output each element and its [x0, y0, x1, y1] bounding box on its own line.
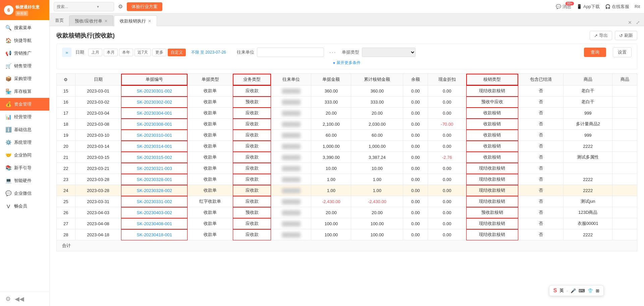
expand-more-button[interactable]: ▾ 展开更多条件 [333, 60, 361, 66]
partner-blurred: ██████ [282, 111, 301, 116]
doc-no-link[interactable]: SK-20230403-002 [137, 210, 172, 215]
cell-doc-type: 收款单 [187, 130, 233, 141]
sidebar-item-marketing[interactable]: 📢营销推广 [0, 47, 49, 60]
cell-balance: 0.00 [403, 174, 428, 185]
filter-date-thisyear[interactable]: 本年 [119, 49, 133, 56]
tab-collection[interactable]: 收款核销执行 ✕ [114, 15, 157, 26]
doc-no-link[interactable]: SK-20230301-002 [137, 88, 172, 94]
cell-no: 18 [57, 119, 75, 130]
doc-no-link[interactable]: SK-20230418-001 [137, 232, 172, 237]
setting-button[interactable]: 设置 [613, 47, 632, 57]
cell-total-written: 2,030.00 [351, 119, 403, 130]
filter-date-custom[interactable]: 自定义 [168, 49, 186, 56]
sidebar-item-label-sales: 销售管理 [14, 63, 32, 69]
export-button[interactable]: ↗ 导出 [590, 31, 612, 40]
table-row: 27 2023-04-08 SK-20230408-001 收款单 应收款 ██… [57, 218, 637, 229]
cell-biz-type: 预收款 [233, 97, 271, 108]
query-button[interactable]: 查询 [584, 48, 606, 57]
sidebar-item-label-hardware: 智能硬件 [14, 178, 32, 184]
cell-goods: 2222 [564, 185, 612, 196]
filter-date-7days[interactable]: 近7天 [135, 49, 151, 56]
cell-partner: ██████ [271, 152, 311, 163]
ime-grid-icon[interactable]: ⊞ [596, 288, 599, 293]
filter-date-more[interactable]: 更多 [152, 49, 166, 56]
refresh-label: 刷新 [624, 33, 633, 39]
collapse-icon[interactable]: ◀◀ [15, 295, 24, 303]
tab-prepay-close[interactable]: ✕ [104, 19, 108, 23]
doc-no-link[interactable]: SK-20230328-001 [137, 177, 172, 182]
cell-include-settled: 否 [518, 185, 564, 196]
cell-balance: 0.00 [403, 141, 428, 152]
cell-biz-type: 应收款 [233, 152, 271, 163]
table-wrap: ⚙ 日期 单据编号 单据类型 业务类型 往来单位 单据金额 累计核销金额 余额 … [56, 73, 637, 302]
filter-doctype-select[interactable] [362, 48, 416, 57]
solution-button[interactable]: 体验行业方案 [127, 2, 162, 11]
partner-blurred: ██████ [282, 166, 301, 171]
doc-no-link[interactable]: SK-20230321-003 [137, 166, 172, 171]
sidebar-item-wechat[interactable]: 💬企业微信 [0, 187, 49, 200]
doc-no-link[interactable]: SK-20230331-002 [137, 199, 172, 204]
cell-write-off-type: 收款核销 [466, 119, 518, 130]
tab-collection-close[interactable]: ✕ [148, 19, 151, 23]
filter-partner-label: 往来单位 [237, 49, 254, 55]
sidebar-item-basics[interactable]: ℹ️基础信息 [0, 123, 49, 136]
user-item[interactable]: Rit [635, 4, 640, 9]
sidebar-item-finance[interactable]: 💰资金管理 [0, 98, 49, 111]
sidebar-item-hardware[interactable]: 💻智能硬件 [0, 174, 49, 187]
cell-biz-type: 应收款 [233, 119, 271, 130]
ime-shirt-icon[interactable]: 👕 [588, 288, 593, 293]
ime-keyboard-icon[interactable]: ⌨ [579, 288, 585, 293]
sidebar-item-search[interactable]: 🔍搜索菜单 [0, 21, 49, 34]
cell-total-written: 10.00 [351, 163, 403, 174]
doc-no-link[interactable]: SK-20230314-001 [137, 144, 172, 149]
cell-cash-discount: 0.00 [428, 141, 466, 152]
cell-goods: 老白干 [564, 97, 612, 108]
doc-no-link[interactable]: SK-20230408-001 [137, 221, 172, 226]
table-header-row: ⚙ 日期 单据编号 单据类型 业务类型 往来单位 单据金额 累计核销金额 余额 … [57, 74, 637, 85]
filter-expand-button[interactable]: » [62, 48, 71, 57]
maximize-window-icon[interactable]: ⤢ [635, 19, 641, 26]
tab-prepay[interactable]: 预收/应收付单 ✕ [69, 15, 113, 26]
sidebar-item-system[interactable]: ⚙️系统管理 [0, 136, 49, 149]
sidebar-item-guide[interactable]: 📚新手引导 [0, 162, 49, 174]
sidebar-item-label-basics: 基础信息 [14, 127, 32, 133]
cell-goods2 [612, 152, 637, 163]
sidebar-item-member[interactable]: V畅会员 [0, 200, 49, 212]
cell-partner: ██████ [271, 119, 311, 130]
sidebar-item-quicknav[interactable]: 🏠快捷导航 [0, 34, 49, 47]
sidebar-item-sales[interactable]: 🛒销售管理 [0, 60, 49, 72]
operations-icon: 📊 [5, 114, 11, 120]
gear-icon[interactable]: ⚙ [117, 3, 124, 10]
cell-doc-no: SK-20230301-002 [121, 85, 187, 97]
export-icon: ↗ [594, 33, 598, 38]
doc-no-link[interactable]: SK-20230308-001 [137, 122, 172, 127]
sidebar-item-enterprise[interactable]: 🤝企业协同 [0, 149, 49, 162]
th-date: 日期 [75, 74, 121, 85]
search-input[interactable] [57, 4, 97, 9]
filter-date-thismonth[interactable]: 本月 [104, 49, 118, 56]
cell-write-off-type: 现结收款核销 [466, 163, 518, 174]
online-service-item[interactable]: 🎧 在线客服 [605, 4, 629, 10]
filter-partner-input[interactable] [257, 48, 324, 57]
app-download-item[interactable]: 📱 App下载 [577, 4, 600, 10]
doc-no-link[interactable]: SK-20230304-001 [137, 111, 172, 116]
close-window-icon[interactable]: ✕ [627, 19, 633, 26]
tab-home[interactable]: 首页 [50, 15, 69, 26]
search-dropdown-icon[interactable]: ▾ [97, 4, 99, 9]
refresh-button[interactable]: ↺ 刷新 [615, 31, 637, 40]
sidebar-item-operations[interactable]: 📊经营管理 [0, 111, 49, 123]
th-partner: 往来单位 [271, 74, 311, 85]
doc-no-link[interactable]: SK-20230315-002 [137, 155, 172, 160]
filter-date-lastmonth[interactable]: 上月 [88, 49, 102, 56]
cell-total-written: 1,000.00 [351, 141, 403, 152]
doc-no-link[interactable]: SK-20230310-001 [137, 133, 172, 138]
sidebar-item-inventory[interactable]: 🏪库存核算 [0, 85, 49, 98]
ime-mic-icon[interactable]: 🎤 [571, 288, 576, 293]
doc-no-link[interactable]: SK-20230302-002 [137, 100, 172, 105]
doc-no-link[interactable]: SK-20230328-002 [137, 188, 172, 193]
cell-cash-discount: 0.00 [428, 174, 466, 185]
settings-icon[interactable]: ⚙ [5, 295, 11, 303]
search-icon: 🔍 [5, 25, 11, 31]
messages-item[interactable]: 💬 消息 99+ [556, 4, 571, 10]
sidebar-item-purchase[interactable]: 📦采购管理 [0, 72, 49, 85]
